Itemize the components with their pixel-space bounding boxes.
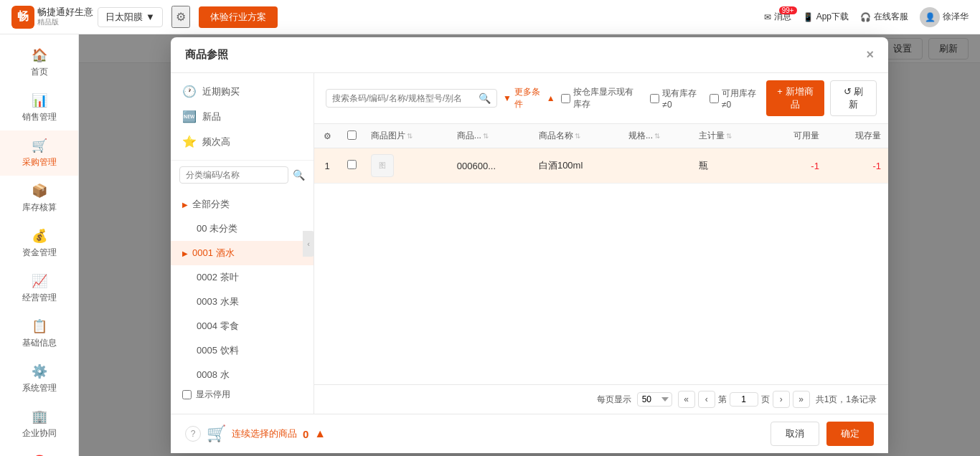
app-download-button[interactable]: 📱 App下载 xyxy=(803,11,849,23)
col-name[interactable]: 商品名称⇅ xyxy=(532,124,621,148)
online-service-button[interactable]: 🎧 在线客服 xyxy=(860,11,908,23)
show-disabled-checkbox[interactable] xyxy=(182,390,192,399)
category-00[interactable]: 00 未分类 xyxy=(171,217,314,241)
filter-button[interactable]: ▼ 更多条件 ▲ xyxy=(503,86,555,110)
table-row[interactable]: 1 图 000600... 白酒100ml xyxy=(314,148,888,184)
row-image: 图 xyxy=(364,148,450,184)
sidebar-item-guide[interactable]: 🎯 新手引导 xyxy=(0,447,78,456)
warehouse-stock-check[interactable]: 按仓库显示现有库存 xyxy=(561,86,642,110)
modal-overlay: 商品参照 × 🕐 近期购买 🆕 xyxy=(79,34,980,456)
help-button[interactable]: ? xyxy=(185,426,201,442)
col-stock[interactable]: 现存量 xyxy=(826,124,888,148)
filter-checks: 按仓库显示现有库存 现有库存≠0 可用库存≠0 xyxy=(561,86,760,110)
category-0001[interactable]: ▶ 0001 酒水 xyxy=(171,241,314,265)
cart-icon[interactable]: 🛒 xyxy=(207,424,226,443)
refresh-product-button[interactable]: ↺ 刷新 xyxy=(830,80,877,116)
category-0004[interactable]: 0004 零食 xyxy=(171,314,314,338)
category-0002[interactable]: 0002 茶叶 xyxy=(171,265,314,290)
new-goods-item[interactable]: 🆕 新品 xyxy=(171,104,314,129)
try-industry-button[interactable]: 体验行业方案 xyxy=(199,6,278,28)
navbar-center: 日太阳膜 ▼ ⚙ 体验行业方案 xyxy=(98,6,764,28)
warehouse-stock-checkbox[interactable] xyxy=(561,94,570,103)
col-available[interactable]: 可用量 xyxy=(765,124,826,148)
col-code[interactable]: 商品...⇅ xyxy=(450,124,532,148)
company-selector[interactable]: 日太阳膜 ▼ xyxy=(98,7,163,27)
logo-text: 畅捷通好生意 xyxy=(37,6,93,18)
freq-high-item[interactable]: ⭐ 频次高 xyxy=(171,129,314,154)
sidebar-item-label: 资金管理 xyxy=(22,247,57,259)
footer-collapse-button[interactable]: ▲ xyxy=(314,427,326,440)
available-stock-check[interactable]: 现有库存≠0 xyxy=(650,87,701,110)
logo-icon: 畅 xyxy=(11,6,34,29)
page-size-label: 每页显示 xyxy=(597,394,631,406)
last-page-button[interactable]: » xyxy=(793,391,810,408)
col-settings[interactable]: ⚙ xyxy=(314,124,340,148)
row-select-checkbox[interactable] xyxy=(347,160,357,169)
quick-access: 🕐 近期购买 🆕 新品 ⭐ 频次高 xyxy=(171,79,314,161)
sales-icon: 📊 xyxy=(32,92,47,108)
usable-stock-check[interactable]: 可用库存≠0 xyxy=(710,87,760,110)
page-size-select[interactable]: 50 20 100 200 xyxy=(637,392,672,407)
row-num: 1 xyxy=(314,148,340,184)
col-spec[interactable]: 规格...⇅ xyxy=(621,124,692,148)
collapse-button[interactable]: ‹ xyxy=(303,231,314,257)
avatar: 👤 xyxy=(920,7,940,27)
settings-button[interactable]: ⚙ xyxy=(171,6,190,28)
enterprise-icon: 🏢 xyxy=(32,409,47,424)
headset-icon: 🎧 xyxy=(860,12,871,22)
select-all-checkbox[interactable] xyxy=(347,130,357,140)
message-icon: ✉ xyxy=(764,12,771,22)
add-product-button[interactable]: + 新增商品 xyxy=(766,80,825,116)
category-0008[interactable]: 0008 水 xyxy=(171,363,314,381)
message-button[interactable]: ✉ 消息 99+ xyxy=(764,11,791,23)
sidebar-item-sales[interactable]: 📊 销售管理 xyxy=(0,85,78,130)
show-disabled-check[interactable]: 显示停用 xyxy=(171,381,314,408)
sidebar-item-home[interactable]: 🏠 首页 xyxy=(0,40,78,85)
page-label: 第 xyxy=(718,394,727,406)
sidebar-item-enterprise[interactable]: 🏢 企业协同 xyxy=(0,402,78,447)
available-stock-checkbox[interactable] xyxy=(650,94,659,103)
sidebar-item-system[interactable]: ⚙️ 系统管理 xyxy=(0,356,78,402)
category-0003[interactable]: 0003 水果 xyxy=(171,290,314,314)
arrow-icon: ▶ xyxy=(182,250,188,257)
sidebar: 🏠 首页 📊 销售管理 🛒 采购管理 📦 库存核算 💰 资金管理 📈 经营管理 … xyxy=(0,34,79,456)
sidebar-item-basic[interactable]: 📋 基础信息 xyxy=(0,311,78,356)
table-header-row: ⚙ 商品图片⇅ xyxy=(314,124,888,148)
sidebar-item-purchase[interactable]: 🛒 采购管理 xyxy=(0,130,78,176)
category-search-input[interactable] xyxy=(179,166,288,184)
col-unit[interactable]: 主计量⇅ xyxy=(692,124,764,148)
prev-page-button[interactable]: ‹ xyxy=(698,391,715,408)
sidebar-item-inventory[interactable]: 📦 库存核算 xyxy=(0,176,78,221)
cancel-button[interactable]: 取消 xyxy=(771,422,819,446)
sidebar-item-label: 销售管理 xyxy=(22,111,57,123)
category-tree: ▶ 全部分类 00 未分类 ▶ 0001 酒水 xyxy=(171,189,314,381)
app-logo: 畅 畅捷通好生意 精品版 xyxy=(11,6,98,29)
category-search-icon[interactable]: 🔍 xyxy=(293,169,305,181)
confirm-button[interactable]: 确定 xyxy=(826,422,874,446)
modal-close-button[interactable]: × xyxy=(866,47,874,62)
page-number-input[interactable] xyxy=(730,392,758,407)
category-all[interactable]: ▶ 全部分类 xyxy=(171,192,314,217)
selected-count: 0 xyxy=(303,428,308,440)
page-buttons: « ‹ 第 页 › » xyxy=(678,391,810,408)
modal-footer: ? 🛒 连续选择的商品 0 ▲ 取消 确定 xyxy=(171,414,888,453)
sidebar-item-label: 采购管理 xyxy=(22,156,57,168)
product-search-icon[interactable]: 🔍 xyxy=(479,92,491,104)
row-checkbox[interactable] xyxy=(340,148,364,184)
sidebar-item-finance[interactable]: 💰 资金管理 xyxy=(0,221,78,266)
sidebar-item-label: 首页 xyxy=(31,66,48,78)
user-avatar[interactable]: 👤 徐泽华 xyxy=(920,7,969,27)
row-unit: 瓶 xyxy=(692,148,764,184)
row-code: 000600... xyxy=(450,148,532,184)
product-table-body: 1 图 000600... 白酒100ml xyxy=(314,148,888,184)
next-page-button[interactable]: › xyxy=(773,391,790,408)
first-page-button[interactable]: « xyxy=(678,391,695,408)
recent-buy-item[interactable]: 🕐 近期购买 xyxy=(171,79,314,104)
product-search-input[interactable] xyxy=(332,93,476,103)
usable-stock-checkbox[interactable] xyxy=(710,94,719,103)
sort-icon: ⇅ xyxy=(575,132,580,140)
category-0005[interactable]: 0005 饮料 xyxy=(171,338,314,363)
product-table: ⚙ 商品图片⇅ xyxy=(314,124,888,184)
col-checkbox[interactable] xyxy=(340,124,364,148)
sidebar-item-operation[interactable]: 📈 经营管理 xyxy=(0,266,78,311)
